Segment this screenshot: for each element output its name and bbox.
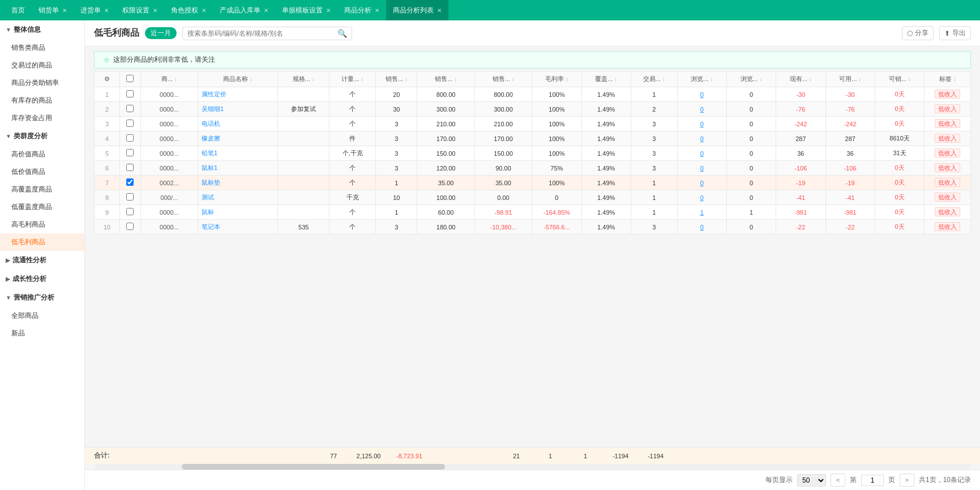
- nav-home[interactable]: 首页: [5, 0, 32, 20]
- nav-template-settings[interactable]: 单据模板设置 ✕: [275, 0, 337, 20]
- select-all-checkbox[interactable]: [126, 75, 134, 82]
- close-icon[interactable]: ✕: [264, 7, 268, 14]
- row-name[interactable]: 铅笔1: [198, 146, 278, 161]
- close-icon[interactable]: ✕: [62, 7, 67, 14]
- row-check[interactable]: [120, 205, 141, 220]
- row-name[interactable]: 电话机: [198, 117, 278, 131]
- nav-role-auth[interactable]: 角色授权 ✕: [164, 0, 213, 20]
- sidebar-item-sales-products[interactable]: 销售类商品: [0, 39, 84, 57]
- col-gross-header[interactable]: 毛利率 ↕: [532, 71, 581, 87]
- row-check[interactable]: [120, 161, 141, 176]
- row-check[interactable]: [120, 102, 141, 117]
- sidebar-item-high-value[interactable]: 高价值商品: [0, 146, 84, 163]
- row-browse1[interactable]: 0: [677, 190, 726, 205]
- close-icon[interactable]: ✕: [326, 7, 331, 14]
- sidebar-group-marketing[interactable]: ▼ 营销推广分析: [0, 288, 84, 307]
- sidebar-group-overall[interactable]: ▼ 整体信息: [0, 20, 84, 39]
- row-browse1[interactable]: 0: [677, 146, 726, 161]
- sidebar-group-growth[interactable]: ▶ 成长性分析: [0, 270, 84, 288]
- row-check[interactable]: [120, 146, 141, 161]
- export-button[interactable]: ⬆ 导出: [939, 26, 971, 40]
- col-avail-header[interactable]: 可用... ↕: [825, 71, 875, 87]
- sidebar-item-low-value[interactable]: 低价值商品: [0, 163, 84, 181]
- sidebar-item-high-coverage[interactable]: 高覆盖度商品: [0, 181, 84, 198]
- row-check[interactable]: [120, 131, 141, 146]
- row-name[interactable]: 属性定价: [198, 87, 278, 102]
- horizontal-scrollbar[interactable]: [94, 464, 971, 470]
- close-icon[interactable]: ✕: [202, 7, 206, 14]
- search-icon[interactable]: 🔍: [337, 29, 347, 38]
- row-name[interactable]: 鼠标: [198, 205, 278, 220]
- row-check[interactable]: [120, 220, 141, 235]
- next-page-button[interactable]: ＞: [900, 474, 914, 487]
- period-button[interactable]: 近一月: [145, 27, 177, 39]
- nav-sales-order[interactable]: 销货单 ✕: [32, 0, 74, 20]
- row-browse1[interactable]: 1: [677, 205, 726, 220]
- col-coverage-header[interactable]: 覆盖... ↕: [581, 71, 631, 87]
- col-unit-header[interactable]: 计量... ↕: [329, 71, 376, 87]
- share-button[interactable]: ⬡ 分享: [902, 26, 934, 40]
- prev-page-button[interactable]: ＜: [831, 474, 845, 487]
- row-name[interactable]: 鼠标1: [198, 161, 278, 176]
- nav-product-analysis-list[interactable]: 商品分析列表 ✕: [386, 0, 448, 20]
- row-name[interactable]: 鼠标垫: [198, 176, 278, 190]
- sidebar-item-capital-occupation[interactable]: 库存资金占用: [0, 109, 84, 127]
- nav-permissions[interactable]: 权限设置 ✕: [115, 0, 164, 20]
- close-icon[interactable]: ✕: [153, 7, 157, 14]
- row-avail: -242: [825, 117, 875, 131]
- col-saleable-header[interactable]: 可销... ↕: [875, 71, 924, 87]
- sidebar-item-low-gross[interactable]: 低毛利商品: [0, 233, 84, 251]
- page-number-input[interactable]: [861, 475, 884, 486]
- col-check-header[interactable]: [120, 71, 141, 87]
- col-name-header[interactable]: 商品名称 ↕: [198, 71, 278, 87]
- nav-purchase-order[interactable]: 进货单 ✕: [74, 0, 115, 20]
- row-check[interactable]: [120, 190, 141, 205]
- scroll-thumb[interactable]: [182, 464, 445, 470]
- col-tx-header[interactable]: 交易... ↕: [631, 71, 677, 87]
- row-browse1[interactable]: 0: [677, 161, 726, 176]
- page-size-select[interactable]: 50 100 200: [797, 474, 826, 487]
- sidebar-item-new-products[interactable]: 新品: [0, 325, 84, 342]
- row-browse1[interactable]: 0: [677, 87, 726, 102]
- col-sale-price-header[interactable]: 销售... ↕: [417, 71, 474, 87]
- row-browse1[interactable]: 0: [677, 102, 726, 117]
- row-check[interactable]: [120, 87, 141, 102]
- row-gross-rate: 100%: [532, 146, 581, 161]
- close-icon[interactable]: ✕: [437, 7, 442, 14]
- sidebar-item-low-coverage[interactable]: 低覆盖度商品: [0, 198, 84, 216]
- row-sale-price: 170.00: [417, 131, 474, 146]
- sidebar-item-stock-products[interactable]: 有库存的商品: [0, 92, 84, 109]
- sidebar-item-traded-products[interactable]: 交易过的商品: [0, 57, 84, 74]
- row-browse1[interactable]: 0: [677, 131, 726, 146]
- sidebar-item-all-products[interactable]: 全部商品: [0, 307, 84, 325]
- col-tag-header[interactable]: 标签 ↕: [925, 71, 971, 87]
- row-check[interactable]: [120, 176, 141, 190]
- col-sale-amount-header[interactable]: 销售... ↕: [474, 71, 532, 87]
- row-browse1[interactable]: 0: [677, 220, 726, 235]
- row-browse1[interactable]: 0: [677, 117, 726, 131]
- row-name[interactable]: 测试: [198, 190, 278, 205]
- row-name[interactable]: 吴细细1: [198, 102, 278, 117]
- row-browse1[interactable]: 0: [677, 176, 726, 190]
- col-browse1-header[interactable]: 浏览... ↕: [677, 71, 726, 87]
- sidebar-item-category-rate[interactable]: 商品分类助销率: [0, 74, 84, 92]
- col-sale-qty-header[interactable]: 销售... ↕: [376, 71, 417, 87]
- col-spec-header[interactable]: 规格... ↕: [277, 71, 329, 87]
- sidebar-group-cluster[interactable]: ▼ 类群度分析: [0, 127, 84, 146]
- close-icon[interactable]: ✕: [375, 7, 379, 14]
- col-code-header[interactable]: 商... ↕: [140, 71, 198, 87]
- row-coverage: 1.49%: [581, 131, 631, 146]
- row-sale-price: 150.00: [417, 146, 474, 161]
- row-name[interactable]: 笔记本: [198, 220, 278, 235]
- col-stock-header[interactable]: 现有... ↕: [776, 71, 825, 87]
- row-name[interactable]: 橡皮擦: [198, 131, 278, 146]
- close-icon[interactable]: ✕: [104, 7, 109, 14]
- nav-product-inbound[interactable]: 产成品入库单 ✕: [213, 0, 275, 20]
- nav-product-analysis[interactable]: 商品分析 ✕: [337, 0, 386, 20]
- row-check[interactable]: [120, 117, 141, 131]
- col-browse2-header[interactable]: 浏览... ↕: [726, 71, 776, 87]
- sidebar-item-high-gross[interactable]: 高毛利商品: [0, 216, 84, 233]
- sidebar-group-circulation[interactable]: ▶ 流通性分析: [0, 251, 84, 270]
- col-settings-header[interactable]: ⚙: [95, 71, 120, 87]
- search-input[interactable]: [187, 29, 337, 37]
